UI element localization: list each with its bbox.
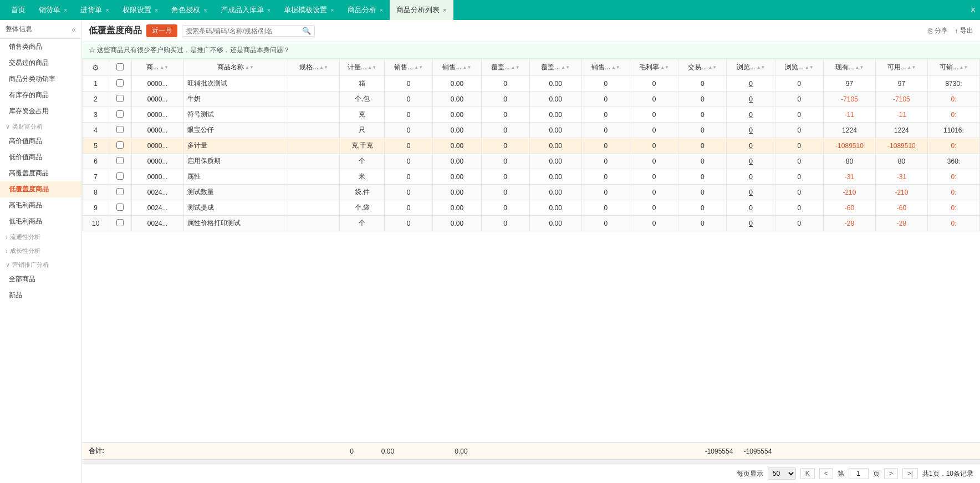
- sort-arrows-gross[interactable]: ▲▼: [660, 65, 669, 70]
- cell-check[interactable]: [109, 107, 131, 123]
- per-page-select[interactable]: 50 100 200: [768, 467, 796, 480]
- sort-arrows-curr[interactable]: ▲▼: [855, 65, 864, 70]
- th-sellable[interactable]: 可销... ▲▼: [927, 59, 979, 76]
- tab-product-entry[interactable]: 产成品入库单 ×: [214, 0, 277, 20]
- settings-icon[interactable]: ⚙: [92, 63, 99, 72]
- browse-link[interactable]: 0: [749, 80, 753, 88]
- sidebar-item-with-stock[interactable]: 有库存的商品: [0, 87, 81, 103]
- cell-check[interactable]: [109, 169, 131, 185]
- row-checkbox[interactable]: [116, 126, 124, 133]
- cell-browse1[interactable]: 0: [727, 107, 775, 123]
- cell-check[interactable]: [109, 91, 131, 107]
- sidebar-item-sales-items[interactable]: 销售类商品: [0, 39, 81, 55]
- th-cover2[interactable]: 覆盖... ▲▼: [529, 59, 581, 76]
- last-page-button[interactable]: >|: [902, 468, 918, 479]
- cell-browse1[interactable]: 0: [727, 154, 775, 169]
- sort-arrows-name[interactable]: ▲▼: [245, 65, 254, 70]
- sort-arrows-unit[interactable]: ▲▼: [368, 65, 376, 70]
- row-checkbox[interactable]: [116, 157, 124, 164]
- th-sale2[interactable]: 销售... ▲▼: [433, 59, 481, 76]
- sort-arrows-code[interactable]: ▲▼: [160, 65, 169, 70]
- close-permissions-tab[interactable]: ×: [155, 7, 158, 13]
- export-button[interactable]: ↑ 导出: [955, 26, 973, 35]
- sidebar-section-marketing-analysis[interactable]: ∨ 营销推广分析: [0, 257, 81, 271]
- cell-check[interactable]: [109, 138, 131, 154]
- browse-link[interactable]: 0: [749, 173, 753, 181]
- th-curr[interactable]: 现有... ▲▼: [823, 59, 875, 76]
- first-page-button[interactable]: K: [800, 468, 815, 479]
- close-sales-tab[interactable]: ×: [64, 7, 67, 13]
- close-roles-tab[interactable]: ×: [203, 7, 207, 13]
- tab-templates[interactable]: 单据模板设置 ×: [277, 0, 340, 20]
- th-sale1[interactable]: 销售... ▲▼: [385, 59, 433, 76]
- sidebar-item-traded-items[interactable]: 交易过的商品: [0, 55, 81, 71]
- row-checkbox[interactable]: [116, 79, 124, 87]
- th-browse2[interactable]: 浏览... ▲▼: [775, 59, 823, 76]
- row-checkbox[interactable]: [116, 204, 124, 211]
- tab-sales[interactable]: 销货单 ×: [32, 0, 74, 20]
- th-check[interactable]: [109, 59, 131, 76]
- th-avail[interactable]: 可用... ▲▼: [875, 59, 927, 76]
- sidebar-item-low-profit[interactable]: 低毛利商品: [0, 213, 81, 230]
- th-code[interactable]: 商... ▲▼: [131, 59, 183, 76]
- sort-arrows-sale1[interactable]: ▲▼: [414, 65, 423, 70]
- row-checkbox[interactable]: [116, 188, 124, 195]
- browse-link[interactable]: 0: [749, 142, 753, 150]
- tab-analysis-list[interactable]: 商品分析列表 ×: [390, 0, 453, 20]
- th-unit[interactable]: 计量... ▲▼: [340, 59, 385, 76]
- sort-arrows-sale3[interactable]: ▲▼: [611, 65, 620, 70]
- cell-check[interactable]: [109, 123, 131, 138]
- page-input[interactable]: [849, 468, 869, 479]
- sidebar-item-low-coverage[interactable]: 低覆盖度商品: [0, 181, 81, 197]
- sort-arrows-cover2[interactable]: ▲▼: [561, 65, 570, 70]
- th-spec[interactable]: 规格... ▲▼: [288, 59, 340, 76]
- tab-analysis[interactable]: 商品分析 ×: [341, 0, 390, 20]
- th-gross[interactable]: 毛利率 ▲▼: [630, 59, 678, 76]
- sort-arrows-browse1[interactable]: ▲▼: [757, 65, 765, 70]
- tab-purchase[interactable]: 进货单 ×: [74, 0, 115, 20]
- browse-link[interactable]: 0: [749, 126, 753, 134]
- select-all-checkbox[interactable]: [116, 63, 124, 70]
- th-trade[interactable]: 交易... ▲▼: [678, 59, 727, 76]
- time-filter-button[interactable]: 近一月: [146, 24, 177, 37]
- sort-arrows-cover1[interactable]: ▲▼: [511, 65, 520, 70]
- sort-arrows-browse2[interactable]: ▲▼: [805, 65, 814, 70]
- close-analysis-list-tab[interactable]: ×: [443, 7, 446, 13]
- cell-browse1[interactable]: 0: [727, 185, 775, 200]
- cell-browse1[interactable]: 0: [727, 91, 775, 107]
- cell-browse1[interactable]: 0: [727, 200, 775, 216]
- share-button[interactable]: ⎘ 分享: [928, 26, 948, 35]
- th-cover1[interactable]: 覆盖... ▲▼: [481, 59, 529, 76]
- sort-arrows-spec[interactable]: ▲▼: [319, 65, 328, 70]
- cell-browse1[interactable]: 0: [727, 169, 775, 185]
- sort-arrows-avail[interactable]: ▲▼: [907, 65, 916, 70]
- cell-browse1[interactable]: 0: [727, 216, 775, 231]
- th-browse1[interactable]: 浏览... ▲▼: [727, 59, 775, 76]
- row-checkbox[interactable]: [116, 219, 124, 226]
- th-sale3[interactable]: 销售... ▲▼: [581, 59, 630, 76]
- row-checkbox[interactable]: [116, 95, 124, 102]
- browse-link[interactable]: 0: [749, 204, 753, 212]
- sidebar-item-high-coverage[interactable]: 高覆盖度商品: [0, 165, 81, 181]
- sort-arrows-sale2[interactable]: ▲▼: [462, 65, 471, 70]
- browse-link[interactable]: 0: [749, 157, 753, 165]
- sidebar-item-sales-rate[interactable]: 商品分类动销率: [0, 71, 81, 87]
- tab-permissions[interactable]: 权限设置 ×: [116, 0, 165, 20]
- sidebar-item-low-value[interactable]: 低价值商品: [0, 149, 81, 165]
- row-checkbox[interactable]: [116, 110, 124, 118]
- cell-check[interactable]: [109, 76, 131, 91]
- sort-arrows-trade[interactable]: ▲▼: [708, 65, 717, 70]
- next-page-button[interactable]: >: [884, 468, 898, 479]
- browse-link[interactable]: 0: [749, 189, 753, 196]
- close-templates-tab[interactable]: ×: [330, 7, 334, 13]
- browse-link[interactable]: 0: [749, 111, 753, 119]
- cell-check[interactable]: [109, 185, 131, 200]
- sidebar-collapse-button[interactable]: «: [72, 25, 76, 34]
- cell-check[interactable]: [109, 200, 131, 216]
- th-settings[interactable]: ⚙: [83, 59, 109, 76]
- cell-browse1[interactable]: 0: [727, 76, 775, 91]
- cell-browse1[interactable]: 0: [727, 123, 775, 138]
- cell-check[interactable]: [109, 154, 131, 169]
- close-purchase-tab[interactable]: ×: [105, 7, 109, 13]
- sidebar-item-stock-capital[interactable]: 库存资金占用: [0, 103, 81, 119]
